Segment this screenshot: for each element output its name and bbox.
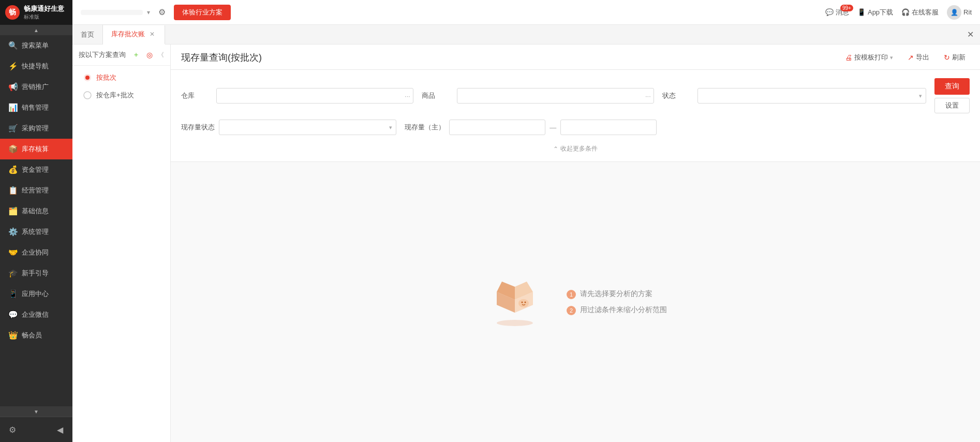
warehouse-input[interactable] [216,88,413,104]
phone-icon: 📱 [857,8,866,16]
export-btn[interactable]: ↗ 导出 [903,51,933,64]
sidebar-item-marketing[interactable]: 📢 营销推广 [0,77,72,97]
svg-point-2 [84,92,91,99]
printer-icon: 🖨 [845,53,852,62]
sidebar-header: 畅 畅康通好生意 标准版 [0,0,72,25]
hint-num-2: 2 [567,306,576,315]
scheme-settings-btn[interactable]: ◎ [144,50,155,60]
filter-chevron-icon[interactable]: 《 [158,51,164,60]
refresh-btn[interactable]: ↻ 刷新 [940,51,970,64]
filter-active-icon [83,73,92,82]
guide-icon: 🎓 [8,269,18,278]
filter-panel-header: 按以下方案查询 ＋ ◎ 《 [72,45,170,66]
sidebar-footer: ⚙ ◀ [0,417,72,442]
sidebar-item-shortcut[interactable]: ⚡ 快捷导航 [0,56,72,77]
stock-qty-group: 现存量（主） — [405,120,657,135]
print-dropdown-icon[interactable]: ▾ [890,54,893,61]
sidebar-scroll-down[interactable]: ▼ [0,406,72,417]
sidebar-item-appcenter[interactable]: 📱 应用中心 [0,284,72,304]
sidebar-item-wechat[interactable]: 💬 企业微信 [0,304,72,325]
message-badge: 99+ [840,5,853,11]
collapse-label: 收起更多条件 [560,144,598,153]
inventory-icon: 📦 [8,144,18,154]
filter-panel-title: 按以下方案查询 [79,50,126,60]
filter-item-label: 按仓库+批次 [96,91,134,100]
sidebar-item-search[interactable]: 🔍 搜索菜单 [0,35,72,56]
print-btn[interactable]: 🖨 按模板打印 ▾ [841,51,897,64]
product-input-wrapper: ··· [457,88,654,104]
trial-btn[interactable]: 体验行业方案 [174,5,231,20]
warehouse-more-icon[interactable]: ··· [405,92,410,100]
collab-icon: 🤝 [8,248,18,257]
filter-panel: 按以下方案查询 ＋ ◎ 《 按批次 [72,45,171,442]
topbar-dropdown-icon[interactable]: ▾ [147,9,150,16]
stock-qty-min-input[interactable] [449,120,545,135]
form-buttons: 查询 设置 [934,78,970,113]
status-select[interactable] [697,88,926,104]
status-group: 状态 ▾ [662,88,926,104]
empty-box-icon [486,274,543,331]
message-action[interactable]: 💬 消息 99+ [825,8,849,17]
product-more-icon[interactable]: ··· [645,92,651,100]
stock-qty-max-input[interactable] [560,120,657,135]
sidebar-item-inventory[interactable]: 📦 库存核算 [0,139,72,159]
sidebar-item-member[interactable]: 👑 畅会员 [0,325,72,346]
form-row-1: 仓库 ··· 商品 ··· [181,78,970,113]
online-service-action[interactable]: 🎧 在线客服 [901,8,939,17]
hint-text-1: 请先选择要分析的方案 [580,289,652,299]
hint-item-2: 2 用过滤条件来缩小分析范围 [567,305,667,315]
page-header: 现存量查询(按批次) 🖨 按模板打印 ▾ ↗ 导出 ↻ 刷新 [171,45,980,70]
sidebar-item-purchase[interactable]: 🛒 采购管理 [0,118,72,139]
sidebar-item-sales[interactable]: 📊 销售管理 [0,97,72,118]
shortcut-icon: ⚡ [8,62,18,71]
sidebar-item-label: 资金管理 [22,165,49,174]
tab-inventory-batch[interactable]: 库存批次账 ✕ [103,25,165,45]
app-download-action[interactable]: 📱 App下载 [857,8,893,17]
sidebar-item-label: 经营管理 [22,186,49,195]
member-icon: 👑 [8,331,18,340]
wechat-icon: 💬 [8,310,18,319]
empty-illustration [484,271,546,333]
footer-collapse-icon[interactable]: ◀ [53,422,67,437]
svg-point-3 [497,320,533,326]
filter-item-batch[interactable]: 按批次 [76,69,167,86]
sidebar-item-guide[interactable]: 🎓 新手引导 [0,263,72,284]
topbar-left: ▾ ⚙ 体验行业方案 [81,5,820,20]
online-service-label: 在线客服 [912,8,939,17]
tab-close-icon[interactable]: ✕ [148,30,156,38]
avatar-placeholder: 👤 [951,9,958,16]
sidebar-item-basic[interactable]: 🗂️ 基础信息 [0,201,72,222]
topbar-search-box[interactable] [81,10,143,15]
app-download-label: App下载 [868,8,893,17]
sidebar-item-label: 畅会员 [22,331,42,340]
query-btn[interactable]: 查询 [934,78,970,95]
collapse-more-btn[interactable]: ⌃ 收起更多条件 [181,141,970,156]
add-scheme-btn[interactable]: ＋ [131,50,141,60]
sidebar-item-operations[interactable]: 📋 经营管理 [0,180,72,201]
sidebar-scroll-up[interactable]: ▲ [0,25,72,35]
tabbar-close-right-btn[interactable]: ✕ [961,25,980,44]
svg-point-9 [518,299,529,307]
stock-status-select[interactable] [219,120,396,135]
hint-text-2: 用过滤条件来缩小分析范围 [580,305,667,315]
finance-icon: 💰 [8,165,18,174]
footer-settings-icon[interactable]: ⚙ [5,422,20,437]
stock-status-group: 现存量状态 ▾ [181,120,396,135]
svg-point-10 [522,301,523,303]
purchase-icon: 🛒 [8,124,18,133]
sidebar-item-system[interactable]: ⚙️ 系统管理 [0,222,72,242]
stock-qty-dash: — [550,124,556,131]
sidebar-item-finance[interactable]: 💰 资金管理 [0,159,72,180]
filter-item-warehouse-batch[interactable]: 按仓库+批次 [76,86,167,104]
refresh-icon: ↻ [944,53,950,62]
sidebar-item-collab[interactable]: 🤝 企业协同 [0,242,72,263]
search-form: 仓库 ··· 商品 ··· [171,70,980,162]
warehouse-input-wrapper: ··· [216,88,413,104]
tab-home[interactable]: 首页 [72,25,103,44]
settings-btn[interactable]: 设置 [934,98,970,113]
product-input[interactable] [457,88,654,104]
sidebar-nav: 🔍 搜索菜单 ⚡ 快捷导航 📢 营销推广 📊 销售管理 🛒 采购管理 📦 库存核… [0,35,72,406]
sidebar-item-label: 快捷导航 [22,62,49,71]
topbar-gear-icon[interactable]: ⚙ [154,5,170,20]
user-action[interactable]: 👤 Rit [947,5,972,20]
